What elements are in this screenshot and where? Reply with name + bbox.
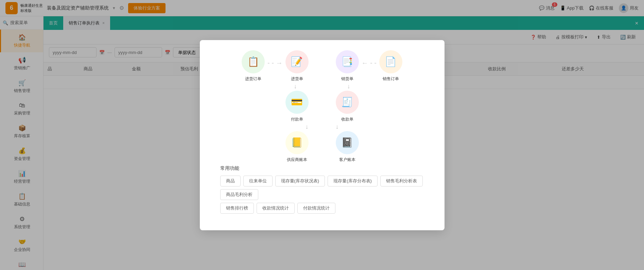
payment-icon: 💳 bbox=[285, 91, 309, 114]
customer-ledger-label: 客户账本 bbox=[339, 157, 355, 163]
supplier-ledger-icon: 📒 bbox=[285, 131, 309, 154]
flow-supplier-ledger: 📒 供应商账本 bbox=[285, 131, 309, 163]
arrow-v2: ↓ bbox=[347, 83, 350, 89]
flow-purchase-order: 📋 进货订单 bbox=[242, 50, 265, 82]
flow-sales-order-doc: 📄 销售订单 bbox=[379, 50, 402, 82]
func-btn-current-stock-dist[interactable]: 现存量(库存分布表) bbox=[328, 176, 378, 186]
sales-order-flow-icon: 📑 bbox=[336, 50, 359, 73]
purchase-order-icon: 📋 bbox=[242, 50, 265, 73]
arrow-v3: ↓ bbox=[306, 124, 309, 130]
func-btn-receipt-stats[interactable]: 收款情况统计 bbox=[257, 203, 295, 214]
purchase-receipt-icon: 📝 bbox=[285, 50, 309, 73]
func-btn-current-stock-status[interactable]: 现存量(库存状况表) bbox=[275, 176, 325, 186]
flow-receipt: 🧾 收款单 bbox=[336, 91, 359, 122]
func-btn-product-margin[interactable]: 商品毛利分析 bbox=[220, 189, 258, 200]
func-btns-row1: 商品 往来单位 现存量(库存状况表) 现存量(库存分布表) 销售毛利分析表 商品… bbox=[220, 176, 424, 200]
modal-dialog: 📋 进货订单 - - → 📝 进货单 bbox=[200, 40, 445, 230]
flow-purchase-receipt: 📝 进货单 bbox=[285, 50, 309, 82]
flow-payment: 💳 付款单 bbox=[285, 91, 309, 122]
supplier-ledger-label: 供应商账本 bbox=[287, 157, 307, 163]
func-btn-payment-stats[interactable]: 付款情况统计 bbox=[297, 203, 335, 214]
common-funcs-section: 常用功能 商品 往来单位 现存量(库存状况表) 现存量(库存分布表) 销售毛利分… bbox=[213, 165, 431, 223]
sales-order-flow-label: 销货单 bbox=[341, 76, 353, 82]
receipt-label: 收款单 bbox=[341, 116, 353, 122]
sales-order-doc-icon: 📄 bbox=[379, 50, 402, 73]
purchase-order-label: 进货订单 bbox=[245, 76, 261, 82]
arrow-v1: ↓ bbox=[294, 83, 297, 89]
customer-ledger-icon: 📓 bbox=[336, 131, 359, 154]
sales-order-doc-label: 销售订单 bbox=[383, 76, 399, 82]
payment-label: 付款单 bbox=[291, 116, 303, 122]
arrow-h2: ← - - bbox=[362, 59, 377, 67]
receipt-icon: 🧾 bbox=[336, 91, 359, 114]
func-btn-product[interactable]: 商品 bbox=[220, 176, 241, 186]
modal-overlay[interactable]: 📋 进货订单 - - → 📝 进货单 bbox=[0, 0, 644, 270]
func-btn-sales-ranking[interactable]: 销售排行榜 bbox=[220, 203, 254, 214]
flow-customer-ledger: 📓 客户账本 bbox=[336, 131, 359, 163]
purchase-receipt-label: 进货单 bbox=[291, 76, 303, 82]
func-btn-counterpart[interactable]: 往来单位 bbox=[243, 176, 273, 186]
common-funcs-title: 常用功能 bbox=[220, 165, 424, 172]
func-btns-row2: 销售排行榜 收款情况统计 付款情况统计 bbox=[220, 203, 424, 214]
arrow-v4: ↓ bbox=[336, 124, 339, 130]
modal-body: 📋 进货订单 - - → 📝 进货单 bbox=[200, 40, 445, 230]
func-btn-sales-margin-analysis[interactable]: 销售毛利分析表 bbox=[380, 176, 423, 186]
flow-sales-order-flow: 📑 销货单 bbox=[336, 50, 359, 82]
arrow-h1: - - → bbox=[267, 59, 282, 67]
